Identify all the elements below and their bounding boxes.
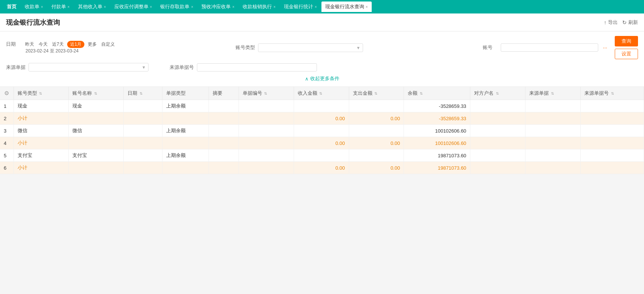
col-counterpart[interactable]: 对方户名 ⇅ — [470, 87, 525, 100]
cell-no: 3 — [0, 125, 14, 137]
gear-icon[interactable]: ⚙ — [4, 90, 9, 96]
close-icon[interactable]: × — [41, 5, 43, 9]
col-source-doc[interactable]: 来源单据 ⇅ — [525, 87, 581, 100]
sort-icon: ⇅ — [264, 91, 267, 96]
col-label: 摘要 — [213, 90, 222, 96]
ellipsis-button[interactable]: ··· — [601, 45, 609, 51]
col-summary[interactable]: 摘要 — [209, 87, 239, 100]
date-btn-today[interactable]: 今天 — [38, 41, 49, 48]
query-button[interactable]: 查询 — [615, 36, 638, 46]
sort-icon: ⇅ — [94, 91, 97, 96]
source-doc-select[interactable]: ▾ — [29, 63, 149, 72]
date-shortcuts-group: 昨天 今天 近7天 近1月 更多 自定义 2023-02-24 至 2023-0… — [24, 41, 116, 54]
table-body: 1现金现金上期余额-3528659.332小计0.000.00-3528659.… — [0, 100, 644, 174]
cell-source_doc_no — [580, 112, 644, 125]
chevron-down-icon-2: ▾ — [143, 64, 145, 70]
cell-counterpart — [470, 112, 525, 125]
collapse-label: 收起更多条件 — [310, 75, 339, 82]
col-label: 收入金额 — [298, 90, 317, 96]
nav-tab-2[interactable]: 付款单 × — [48, 1, 74, 12]
cell-doc_no — [239, 162, 294, 174]
cell-income: 0.00 — [294, 112, 349, 125]
cell-source_doc — [525, 137, 581, 149]
close-icon[interactable]: × — [68, 5, 70, 9]
cell-date — [124, 125, 162, 137]
col-label: 日期 — [128, 90, 137, 96]
cell-no: 2 — [0, 112, 14, 125]
col-doc-no[interactable]: 单据编号 ⇅ — [239, 87, 294, 100]
source-doc-no-filter: 来源单据号 — [170, 63, 317, 72]
cell-source_doc — [525, 100, 581, 112]
cell-account_name: 微信 — [69, 125, 124, 137]
source-doc-no-input[interactable] — [197, 63, 317, 72]
date-btn-7days[interactable]: 近7天 — [51, 41, 65, 48]
close-icon[interactable]: × — [273, 5, 276, 9]
date-btn-more[interactable]: 更多 — [87, 41, 98, 48]
cell-balance: 100102606.60 — [404, 137, 470, 149]
close-icon[interactable]: × — [366, 5, 368, 9]
nav-tab-6[interactable]: 预收冲应收单 × — [198, 1, 238, 12]
cell-income: 0.00 — [294, 137, 349, 149]
cell-account_type: 支付宝 — [14, 149, 69, 162]
cell-balance: -3528659.33 — [404, 112, 470, 125]
date-btn-1month[interactable]: 近1月 — [67, 41, 85, 48]
header-bar: 现金银行流水查询 ↑ 导出 ↻ 刷新 — [0, 13, 644, 31]
settings-button[interactable]: 设置 — [615, 49, 638, 59]
nav-tab-3[interactable]: 其他收入单 × — [74, 1, 110, 12]
close-icon[interactable]: × — [191, 5, 193, 9]
cell-income: 0.00 — [294, 162, 349, 174]
col-date[interactable]: 日期 ⇅ — [124, 87, 162, 100]
nav-tab-8[interactable]: 现金银行统计 × — [280, 1, 321, 12]
collapse-bar[interactable]: ∧ 收起更多条件 — [6, 75, 638, 82]
col-label: 支出金额 — [353, 90, 372, 96]
close-icon[interactable]: × — [315, 5, 317, 9]
cell-source_doc_no — [580, 149, 644, 162]
nav-tab-5[interactable]: 银行存取款单 × — [156, 1, 197, 12]
col-expense[interactable]: 支出金额 ⇅ — [349, 87, 404, 100]
cell-doc_type: 上期余额 — [162, 125, 209, 137]
col-income[interactable]: 收入金额 ⇅ — [294, 87, 349, 100]
col-balance[interactable]: 余额 ⇅ — [404, 87, 470, 100]
export-icon: ↑ — [604, 19, 606, 25]
col-account-name[interactable]: 账号名称 ⇅ — [69, 87, 124, 100]
export-button[interactable]: ↑ 导出 — [604, 19, 618, 26]
col-account-type[interactable]: 账号类型 ⇅ — [14, 87, 69, 100]
close-icon[interactable]: × — [104, 5, 106, 9]
cell-source_doc — [525, 162, 581, 174]
cell-expense: 0.00 — [349, 112, 404, 125]
nav-home[interactable]: 首页 — [3, 1, 20, 12]
date-filter: 日期 昨天 今天 近7天 近1月 更多 自定义 2023-02-24 至 202… — [6, 41, 116, 54]
cell-doc_no — [239, 112, 294, 125]
cell-date — [124, 162, 162, 174]
account-type-select[interactable]: ▾ — [258, 43, 363, 52]
col-doc-type[interactable]: 单据类型 — [162, 87, 209, 100]
source-doc-label: 来源单据 — [6, 64, 26, 71]
date-btn-custom[interactable]: 自定义 — [100, 41, 116, 48]
date-btn-yesterday[interactable]: 昨天 — [24, 41, 35, 48]
cell-no: 5 — [0, 149, 14, 162]
nav-tab-1[interactable]: 收款单 × — [21, 1, 47, 12]
table-row: 5支付宝支付宝上期余额19871073.60 — [0, 149, 644, 162]
refresh-icon: ↻ — [622, 19, 627, 25]
col-settings[interactable]: ⚙ — [0, 87, 14, 100]
cell-counterpart — [470, 162, 525, 174]
nav-tab-4[interactable]: 应收应付调整单 × — [111, 1, 156, 12]
cell-doc_no — [239, 100, 294, 112]
cell-counterpart — [470, 100, 525, 112]
account-input[interactable] — [501, 43, 598, 52]
cell-account_type: 小计 — [14, 137, 69, 149]
filter-area: 日期 昨天 今天 近7天 近1月 更多 自定义 2023-02-24 至 202… — [0, 31, 644, 87]
cell-doc_type: 上期余额 — [162, 100, 209, 112]
refresh-button[interactable]: ↻ 刷新 — [622, 19, 638, 26]
close-icon[interactable]: × — [232, 5, 234, 9]
cell-no: 1 — [0, 100, 14, 112]
close-icon[interactable]: × — [150, 5, 152, 9]
nav-tab-7[interactable]: 收款核销执行 × — [239, 1, 279, 12]
col-label: 账号类型 — [18, 90, 37, 96]
cell-source_doc_no — [580, 162, 644, 174]
col-source-doc-no[interactable]: 来源单据号 ⇅ — [580, 87, 644, 100]
nav-tab-9[interactable]: 现金银行流水查询 × — [321, 1, 372, 12]
cell-source_doc_no — [580, 100, 644, 112]
source-doc-no-label: 来源单据号 — [170, 64, 194, 71]
cell-source_doc_no — [580, 125, 644, 137]
